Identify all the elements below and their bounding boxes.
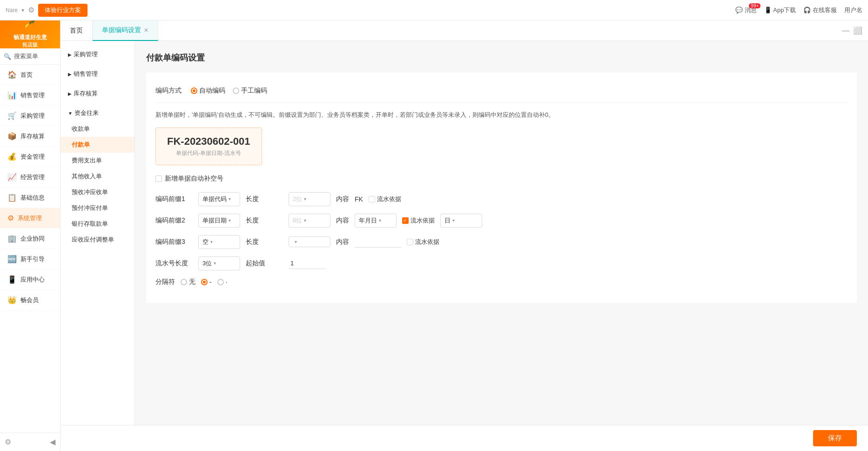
manual-encode-radio[interactable] bbox=[233, 88, 239, 94]
prefix3-stream-check: 流水依据 bbox=[407, 238, 439, 246]
enterprise-icon: 🏢 bbox=[7, 234, 17, 243]
start-value-input[interactable] bbox=[289, 258, 326, 269]
tab-bar: 首页 单据编码设置 ✕ — ⬜ bbox=[61, 20, 868, 41]
arrow-icon: ▶ bbox=[68, 91, 72, 96]
prefix2-length-select[interactable]: 8位 ▾ bbox=[289, 214, 330, 228]
sub-nav-payment[interactable]: 付款单 bbox=[61, 137, 135, 153]
sub-nav-capital[interactable]: ▼ 资金往来 bbox=[61, 105, 135, 121]
sidebar-item-label: 应用中心 bbox=[20, 276, 45, 284]
prefix2-stream-label: 流水依据 bbox=[410, 216, 435, 225]
sidebar-settings-icon[interactable]: ⚙ bbox=[5, 438, 11, 446]
sidebar-item-guide[interactable]: 🆕 新手引导 bbox=[0, 249, 60, 269]
sub-nav-other-income[interactable]: 其他收入单 bbox=[61, 168, 135, 184]
logo-text1: 畅通道好生意 bbox=[13, 34, 47, 41]
sidebar-item-operation[interactable]: 📈 经营管理 bbox=[0, 167, 60, 188]
sidebar-item-basic[interactable]: 📋 基础信息 bbox=[0, 188, 60, 208]
sidebar-item-member[interactable]: 👑 畅会员 bbox=[0, 290, 60, 310]
sidebar-search[interactable]: 🔍 搜索菜单 bbox=[0, 48, 60, 65]
sub-nav-advance-pay[interactable]: 预付冲应付单 bbox=[61, 200, 135, 216]
sub-nav-receipt[interactable]: 收款单 bbox=[61, 121, 135, 137]
sep-dot2-option[interactable]: · bbox=[217, 278, 228, 286]
prefix2-stream-checkbox[interactable] bbox=[402, 217, 409, 224]
dropdown-arrow-icon[interactable]: ▾ bbox=[21, 7, 24, 13]
app-download-btn[interactable]: 📱 App下载 bbox=[764, 6, 796, 14]
sep-dot-option[interactable]: - bbox=[201, 278, 212, 286]
manual-encode-option[interactable]: 手工编码 bbox=[233, 87, 267, 95]
sidebar-item-apps[interactable]: 📱 应用中心 bbox=[0, 269, 60, 290]
basic-icon: 📋 bbox=[7, 193, 17, 202]
sub-nav-adjust[interactable]: 应收应付调整单 bbox=[61, 232, 135, 248]
serial-row: 流水号长度 3位 ▾ 起始值 bbox=[155, 256, 848, 270]
sidebar-item-sales[interactable]: 📊 销售管理 bbox=[0, 85, 60, 106]
prefix3-stream-checkbox[interactable] bbox=[407, 239, 413, 245]
sub-nav-advance-receive[interactable]: 预收冲应收单 bbox=[61, 184, 135, 200]
sidebar-item-enterprise[interactable]: 🏢 企业协同 bbox=[0, 229, 60, 249]
prefix2-content-select[interactable]: 年月日 ▾ bbox=[355, 214, 397, 228]
auto-fill-checkbox[interactable] bbox=[155, 175, 162, 182]
tab-encoding[interactable]: 单据编码设置 ✕ bbox=[93, 20, 158, 41]
home-icon: 🏠 bbox=[7, 70, 17, 79]
settings-box: 编码方式 自动编码 手工编码 bbox=[146, 73, 857, 303]
sidebar-item-label: 基础信息 bbox=[20, 194, 45, 202]
prefix1-select[interactable]: 单据代码 ▾ bbox=[198, 192, 240, 206]
sub-nav-bank-deposit[interactable]: 银行存取款单 bbox=[61, 216, 135, 232]
prefix2-day[interactable]: 日 ▾ bbox=[440, 214, 482, 228]
message-btn[interactable]: 💬 消息 99+ bbox=[735, 6, 757, 14]
auto-encode-option[interactable]: 自动编码 bbox=[191, 87, 225, 95]
sub-nav-capital-label: 资金往来 bbox=[74, 109, 99, 117]
prefix1-stream-checkbox[interactable] bbox=[369, 196, 375, 202]
online-service-btn[interactable]: 🎧 在线客服 bbox=[803, 6, 837, 14]
tab-minimize-icon[interactable]: — bbox=[842, 27, 849, 35]
sep-dot-radio[interactable] bbox=[201, 279, 208, 285]
prefix1-value: 单据代码 bbox=[202, 195, 227, 203]
sep-dot2-radio[interactable] bbox=[217, 279, 224, 285]
sub-nav-inventory[interactable]: ▶ 库存核算 bbox=[61, 86, 135, 101]
sidebar-item-purchase[interactable]: 🛒 采购管理 bbox=[0, 106, 60, 126]
prefix1-length-label: 长度 bbox=[246, 195, 283, 203]
tab-close-icon[interactable]: ✕ bbox=[144, 27, 148, 34]
prefix2-day-select: 日 ▾ bbox=[440, 214, 482, 228]
serial-length-select[interactable]: 3位 ▾ bbox=[198, 256, 240, 270]
sub-nav-group-purchase: ▶ 采购管理 bbox=[61, 45, 135, 64]
prefix1-content-value: FK bbox=[355, 195, 363, 203]
auto-encode-radio[interactable] bbox=[191, 88, 197, 94]
settings-icon[interactable]: ⚙ bbox=[28, 6, 34, 14]
prefix1-length-select[interactable]: 2位 ▾ bbox=[289, 192, 330, 206]
prefix1-label: 编码前缀1 bbox=[155, 195, 193, 203]
sidebar-collapse-icon[interactable]: ◀ bbox=[50, 438, 55, 446]
save-button[interactable]: 保存 bbox=[813, 430, 857, 446]
sep-none-radio[interactable] bbox=[181, 279, 187, 285]
arrow-down-icon: ▼ bbox=[68, 111, 73, 116]
tab-home[interactable]: 首页 bbox=[61, 20, 93, 41]
sub-nav-expense[interactable]: 费用支出单 bbox=[61, 153, 135, 168]
serial-length-value: 3位 bbox=[202, 259, 212, 268]
member-icon: 👑 bbox=[7, 296, 17, 304]
sub-nav-group-sales: ▶ 销售管理 bbox=[61, 64, 135, 84]
user-menu-btn[interactable]: 用户名 bbox=[844, 6, 862, 14]
sidebar-item-home[interactable]: 🏠 首页 bbox=[0, 65, 60, 85]
sep-dot-label: - bbox=[209, 278, 212, 286]
prefix3-content-input[interactable] bbox=[355, 236, 401, 248]
prefix2-select[interactable]: 单据日期 ▾ bbox=[198, 214, 240, 228]
tab-maximize-icon[interactable]: ⬜ bbox=[853, 26, 862, 35]
serial-length-arrow-icon: ▾ bbox=[214, 261, 216, 266]
sub-nav-inventory-label: 库存核算 bbox=[74, 89, 98, 98]
trial-btn[interactable]: 体验行业方案 bbox=[38, 4, 87, 17]
sub-nav-purchase-label: 采购管理 bbox=[74, 50, 98, 59]
prefix3-select[interactable]: 空 ▾ bbox=[198, 235, 240, 249]
sidebar-item-system[interactable]: ⚙ 系统管理 bbox=[0, 208, 60, 229]
sidebar-item-label: 经营管理 bbox=[20, 173, 45, 182]
sidebar-item-label: 库存核算 bbox=[20, 132, 45, 141]
sidebar-item-label: 首页 bbox=[20, 71, 33, 79]
sidebar-item-finance[interactable]: 💰 资金管理 bbox=[0, 147, 60, 167]
sub-nav-sales[interactable]: ▶ 销售管理 bbox=[61, 66, 135, 82]
sidebar-item-inventory[interactable]: 📦 库存核算 bbox=[0, 126, 60, 147]
code-preview: FK-20230602-001 单据代码-单据日期-流水号 bbox=[155, 128, 262, 165]
sub-nav-purchase[interactable]: ▶ 采购管理 bbox=[61, 47, 135, 62]
headset-icon: 🎧 bbox=[803, 7, 811, 13]
logo-text2: 拓店版 bbox=[22, 41, 38, 48]
sep-none-option[interactable]: 无 bbox=[181, 278, 195, 286]
prefix3-length-select[interactable]: ▾ bbox=[289, 236, 330, 247]
arrow-icon: ▶ bbox=[68, 52, 72, 57]
encode-radio-group: 自动编码 手工编码 bbox=[191, 87, 267, 95]
